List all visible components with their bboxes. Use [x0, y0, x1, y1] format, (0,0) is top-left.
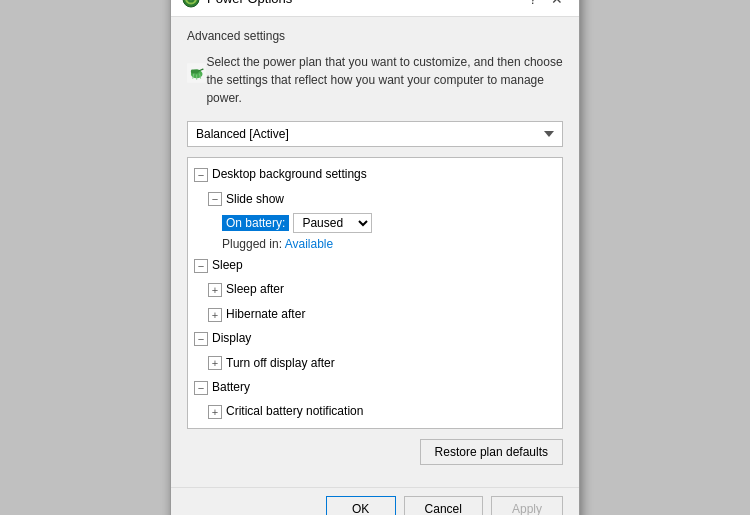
cancel-button[interactable]: Cancel	[404, 496, 483, 515]
tree-item-sleep-after[interactable]: +Sleep after	[188, 277, 562, 301]
expand-icon-sleep-after: +	[208, 283, 222, 297]
collapse-icon-desktop: −	[194, 168, 208, 182]
expand-icon-turn-off-display: +	[208, 356, 222, 370]
on-battery-select[interactable]: Paused Available	[293, 213, 372, 233]
description-row: Select the power plan that you want to c…	[187, 53, 563, 107]
title-bar: Power Options ? ✕	[171, 0, 579, 17]
plan-select[interactable]: Balanced [Active] High performance Power…	[187, 121, 563, 147]
collapse-icon-slideshow: −	[208, 192, 222, 206]
collapse-icon-sleep: −	[194, 259, 208, 273]
expand-icon-critical-battery: +	[208, 405, 222, 419]
power-plan-icon	[187, 53, 206, 93]
tree-item-hibernate-after[interactable]: +Hibernate after	[188, 302, 562, 326]
tree-item-desktop[interactable]: −Desktop background settings	[188, 162, 562, 186]
advanced-settings-label: Advanced settings	[187, 29, 563, 43]
apply-button[interactable]: Apply	[491, 496, 563, 515]
settings-list[interactable]: −Desktop background settings −Slide show…	[188, 158, 562, 428]
on-battery-label: On battery:	[222, 215, 289, 231]
svg-rect-3	[191, 70, 199, 74]
tree-item-critical-battery[interactable]: +Critical battery notification	[188, 399, 562, 423]
tree-item-display[interactable]: −Display	[188, 326, 562, 350]
ok-button[interactable]: OK	[326, 496, 396, 515]
power-options-dialog: Power Options ? ✕ Advanced settings Sele…	[170, 0, 580, 515]
button-row: OK Cancel Apply	[171, 487, 579, 515]
tree-item-battery[interactable]: −Battery	[188, 375, 562, 399]
plugged-in-label: Plugged in:	[222, 237, 285, 251]
close-button[interactable]: ✕	[545, 0, 569, 11]
settings-box: −Desktop background settings −Slide show…	[187, 157, 563, 429]
restore-row: Restore plan defaults	[187, 439, 563, 465]
plugged-in-row: Plugged in: Available	[188, 235, 562, 253]
description-text: Select the power plan that you want to c…	[206, 53, 563, 107]
tree-item-turn-off-display[interactable]: +Turn off display after	[188, 351, 562, 375]
power-options-icon	[181, 0, 201, 9]
expand-icon-hibernate-after: +	[208, 308, 222, 322]
dialog-content: Advanced settings Select the power plan …	[171, 17, 579, 487]
plugged-in-value: Available	[285, 237, 333, 251]
collapse-icon-battery: −	[194, 381, 208, 395]
help-button[interactable]: ?	[521, 0, 545, 11]
dialog-title: Power Options	[207, 0, 521, 6]
restore-plan-defaults-button[interactable]: Restore plan defaults	[420, 439, 563, 465]
collapse-icon-display: −	[194, 332, 208, 346]
on-battery-row: On battery: Paused Available	[188, 211, 562, 235]
tree-item-sleep[interactable]: −Sleep	[188, 253, 562, 277]
tree-item-slideshow[interactable]: −Slide show	[188, 187, 562, 211]
